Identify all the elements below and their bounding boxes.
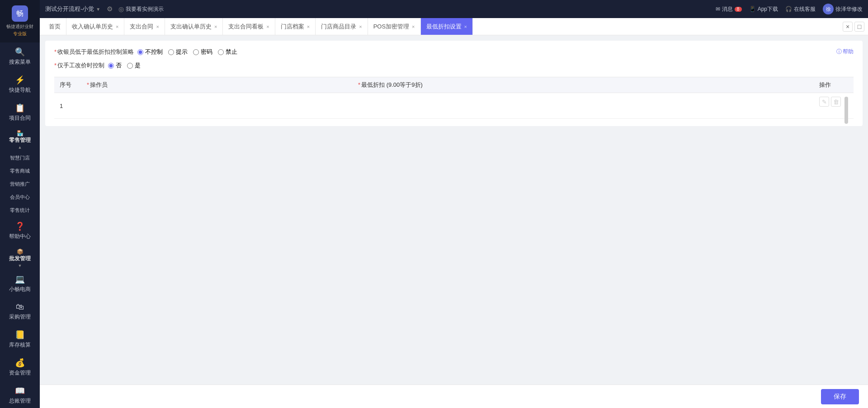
save-button[interactable]: 保存 bbox=[821, 389, 859, 404]
expand-tab-button[interactable]: □ bbox=[854, 22, 864, 32]
tab-income-history[interactable]: 收入确认单历史 × bbox=[66, 18, 124, 35]
sidebar-item-purchase-manage[interactable]: 🛍 采购管理 bbox=[0, 298, 40, 325]
sidebar-item-project-contract[interactable]: 📋 项目合同 bbox=[0, 98, 40, 127]
close-icon[interactable]: × bbox=[412, 24, 415, 29]
delete-button[interactable]: 🗑 bbox=[831, 97, 841, 107]
sidebar: 畅 畅捷通好业财 专业版 🔍 搜索菜单 ⚡ 快捷导航 📋 项目合同 🏪 零售管理… bbox=[0, 0, 40, 408]
tab-pos-password[interactable]: POS加密管理 × bbox=[368, 18, 421, 35]
message-button[interactable]: ✉ 消息 8 bbox=[716, 5, 742, 13]
app-download-label: App下载 bbox=[758, 5, 778, 13]
chevron-up-icon: ▲ bbox=[18, 145, 22, 150]
close-icon[interactable]: × bbox=[359, 24, 362, 29]
book-icon: 📖 bbox=[15, 386, 25, 396]
manual-yes[interactable]: 是 bbox=[127, 61, 141, 70]
sidebar-item-retail-mall[interactable]: 零售商城 bbox=[0, 164, 40, 178]
edition-badge: 专业版 bbox=[13, 31, 27, 37]
sidebar-item-fund-manage[interactable]: 💰 资金管理 bbox=[0, 353, 40, 381]
sidebar-item-xiaochain[interactable]: 💻 小畅电商 bbox=[0, 270, 40, 298]
sidebar-item-inventory-calc[interactable]: 📒 库存核算 bbox=[0, 325, 40, 353]
help-link[interactable]: ⓘ 帮助 bbox=[836, 48, 854, 56]
required-mark: * bbox=[54, 48, 57, 55]
col-header-operator: *操作员 bbox=[81, 77, 353, 93]
computer-icon: 💻 bbox=[15, 274, 25, 284]
tab-payment-contract[interactable]: 支出合同 × bbox=[124, 18, 165, 35]
sidebar-item-help-center[interactable]: ❓ 帮助中心 bbox=[0, 217, 40, 245]
sidebar-item-label: 采购管理 bbox=[9, 313, 31, 321]
sidebar-item-label: 总账管理 bbox=[9, 397, 31, 405]
scrollbar-thumb[interactable] bbox=[844, 97, 848, 124]
tab-home[interactable]: 首页 bbox=[43, 18, 66, 35]
tab-payment-contract-board[interactable]: 支出合同看板 × bbox=[223, 18, 275, 35]
clipboard-icon: 📋 bbox=[15, 103, 25, 113]
policy-forbidden[interactable]: 禁止 bbox=[218, 48, 237, 56]
sidebar-item-retail-manage[interactable]: 🏪 零售管理 ▲ bbox=[0, 127, 40, 151]
policy-no-control-label: 不控制 bbox=[145, 48, 163, 56]
close-icon[interactable]: × bbox=[266, 24, 269, 29]
app-download-button[interactable]: 📱 App下载 bbox=[749, 5, 778, 13]
user-menu-button[interactable]: 徐 徐泽华修改 bbox=[823, 4, 863, 14]
close-icon[interactable]: × bbox=[307, 24, 310, 29]
demo-link[interactable]: ◎ 我要看实例演示 bbox=[118, 5, 164, 13]
user-name: 徐泽华修改 bbox=[835, 5, 863, 13]
tab-label: 支出合同看板 bbox=[228, 23, 264, 31]
policy-no-control[interactable]: 不控制 bbox=[137, 48, 163, 56]
col-header-discount: *最低折扣 (9.00等于9折) bbox=[353, 77, 814, 93]
topbar-settings-button[interactable]: ⚙ bbox=[104, 4, 115, 14]
sidebar-item-ledger-manage[interactable]: 📖 总账管理 bbox=[0, 381, 40, 408]
sidebar-item-marketing[interactable]: 营销推广 bbox=[0, 178, 40, 191]
customer-service-button[interactable]: 🎧 在线客服 bbox=[785, 5, 816, 13]
policy-no-control-radio[interactable] bbox=[137, 49, 143, 55]
sidebar-item-batch-manage[interactable]: 📦 批发管理 ▼ bbox=[0, 245, 40, 270]
shopping-icon: 🛍 bbox=[16, 302, 24, 312]
tab-label: POS加密管理 bbox=[373, 23, 409, 31]
lightning-icon: ⚡ bbox=[15, 75, 25, 85]
close-icon[interactable]: × bbox=[214, 24, 217, 29]
topbar: 测试分开流程-小觉 ▼ ⚙ ◎ 我要看实例演示 ✉ 消息 8 📱 App下载 🎧… bbox=[40, 0, 868, 18]
close-icon[interactable]: × bbox=[116, 24, 118, 29]
table-scrollbar[interactable] bbox=[844, 97, 848, 115]
close-tab-button[interactable]: × bbox=[843, 22, 853, 32]
question-icon: ❓ bbox=[15, 221, 25, 231]
tab-label: 支出合同 bbox=[130, 23, 153, 31]
sidebar-item-smart-store[interactable]: 智慧门店 bbox=[0, 151, 40, 164]
download-icon: 📱 bbox=[749, 6, 756, 12]
edit-button[interactable]: ✎ bbox=[819, 97, 829, 107]
policy-remind[interactable]: 提示 bbox=[168, 48, 188, 56]
sidebar-item-label: 智慧门店 bbox=[10, 155, 30, 161]
policy-password-radio[interactable] bbox=[193, 49, 199, 55]
sidebar-item-member-center[interactable]: 会员中心 bbox=[0, 191, 40, 204]
table-row: 1 ✎ 🗑 bbox=[54, 93, 854, 119]
policy-forbidden-radio[interactable] bbox=[218, 49, 224, 55]
gear-icon: ⚙ bbox=[107, 5, 113, 13]
notebook-icon: 📒 bbox=[15, 330, 25, 340]
sidebar-item-label: 零售商城 bbox=[10, 168, 30, 174]
sidebar-item-label: 项目合同 bbox=[9, 114, 31, 122]
manual-yes-radio[interactable] bbox=[127, 63, 133, 69]
sidebar-item-shortcut[interactable]: ⚡ 快捷导航 bbox=[0, 70, 40, 98]
sidebar-item-search[interactable]: 🔍 搜索菜单 bbox=[0, 42, 40, 70]
project-selector[interactable]: 测试分开流程-小觉 ▼ bbox=[45, 5, 100, 13]
tab-label: 收入确认单历史 bbox=[72, 23, 113, 31]
sidebar-item-label: 会员中心 bbox=[10, 194, 30, 201]
tab-store-goods[interactable]: 门店商品目录 × bbox=[316, 18, 368, 35]
policy-remind-label: 提示 bbox=[176, 48, 188, 56]
app-logo: 畅 畅捷通好业财 专业版 bbox=[0, 0, 40, 42]
tab-min-discount[interactable]: 最低折扣设置 × bbox=[421, 18, 473, 35]
sidebar-item-label: 库存核算 bbox=[9, 341, 31, 349]
sidebar-item-retail-stats[interactable]: 零售统计 bbox=[0, 204, 40, 217]
store-icon: 🏪 bbox=[17, 130, 24, 136]
manual-no[interactable]: 否 bbox=[108, 61, 122, 70]
help-text: 帮助 bbox=[843, 48, 854, 56]
close-icon[interactable]: × bbox=[156, 24, 159, 29]
policy-remind-radio[interactable] bbox=[168, 49, 174, 55]
tab-controls: × □ bbox=[843, 22, 864, 32]
action-icons: ✎ 🗑 bbox=[819, 97, 848, 115]
manual-no-radio[interactable] bbox=[108, 63, 114, 69]
tab-store-archive[interactable]: 门店档案 × bbox=[275, 18, 316, 35]
tab-payment-confirm-history[interactable]: 支出确认单历史 × bbox=[165, 18, 223, 35]
close-icon[interactable]: × bbox=[464, 24, 467, 29]
required-mark: * bbox=[54, 62, 57, 69]
package-icon: 📦 bbox=[17, 249, 24, 255]
cell-discount bbox=[353, 93, 814, 119]
policy-password[interactable]: 密码 bbox=[193, 48, 212, 56]
